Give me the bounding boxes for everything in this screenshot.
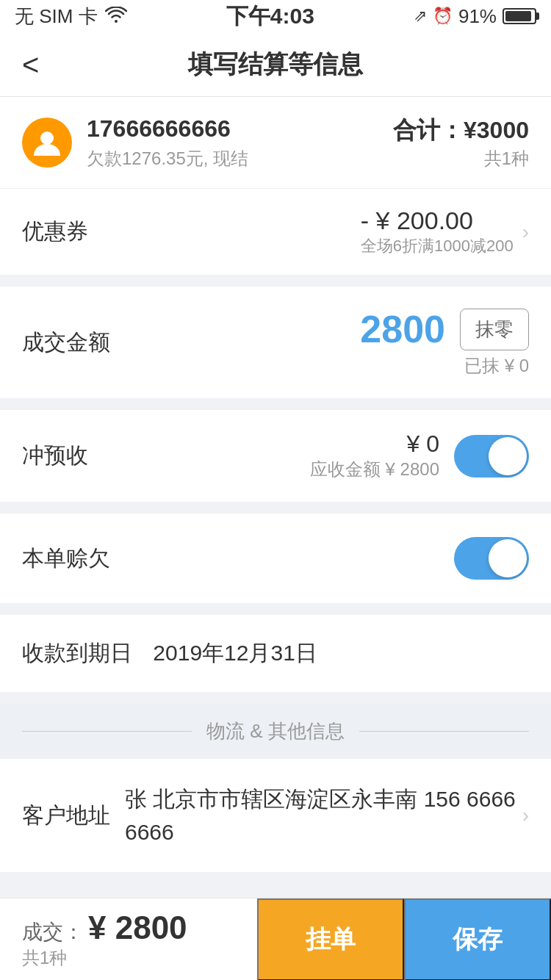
prepay-label: 冲预收	[22, 441, 88, 471]
save-button[interactable]: 保存	[404, 898, 551, 981]
footer-deal-label: 成交：	[22, 918, 84, 946]
amount-section: 成交金额 2800 抹零 已抹 ¥ 0	[0, 287, 551, 398]
battery-icon	[503, 8, 536, 24]
status-time: 下午4:03	[226, 1, 314, 32]
amount-sub: 已抹 ¥ 0	[464, 354, 529, 378]
debt-label: 本单赊欠	[22, 544, 110, 574]
address-value: 张 北京市市辖区海淀区永丰南 156 6666 6666	[125, 782, 522, 849]
chevron-right-icon: ›	[522, 220, 529, 244]
toggle-knob	[489, 437, 527, 475]
customer-total: 合计：¥3000 共1种	[393, 115, 529, 170]
clock-icon: ⏰	[433, 7, 453, 26]
prepay-row: 冲预收 ¥ 0 应收金额 ¥ 2800	[0, 410, 551, 502]
total-count: 共1种	[393, 147, 529, 170]
prepay-info: ¥ 0 应收金额 ¥ 2800	[310, 430, 439, 481]
due-date-section: 收款到期日 2019年12月31日	[0, 615, 551, 692]
page-title: 填写结算等信息	[188, 48, 363, 82]
divider-section: 物流 & 其他信息	[0, 704, 551, 759]
prepay-amount: ¥ 0	[310, 430, 439, 458]
footer-amount: ¥ 2800	[88, 909, 187, 946]
divider-line-left	[22, 731, 192, 732]
debt-toggle[interactable]	[454, 537, 529, 580]
footer-count: 共1种	[22, 946, 235, 970]
coupon-row[interactable]: 优惠券 - ¥ 200.00 全场6折满1000减200 ›	[0, 188, 551, 275]
prepay-section: 冲预收 ¥ 0 应收金额 ¥ 2800	[0, 410, 551, 502]
round-button[interactable]: 抹零	[460, 309, 529, 350]
due-date-row: 收款到期日 2019年12月31日	[0, 615, 551, 692]
coupon-discount: - ¥ 200.00	[361, 206, 514, 235]
customer-row: 17666666666 欠款1276.35元, 现结 合计：¥3000 共1种	[0, 97, 551, 188]
prepay-toggle[interactable]	[454, 435, 529, 478]
hold-button[interactable]: 挂单	[257, 898, 404, 981]
customer-left: 17666666666 欠款1276.35元, 现结	[22, 115, 248, 170]
sim-label: 无 SIM 卡	[15, 4, 98, 29]
coupon-desc: 全场6折满1000减200	[361, 235, 514, 257]
footer-info: 成交： ¥ 2800 共1种	[0, 909, 257, 970]
divider-line-right	[359, 731, 529, 732]
status-bar: 无 SIM 卡 下午4:03 ⇗ ⏰ 91%	[0, 0, 551, 32]
debt-row: 本单赊欠	[0, 514, 551, 603]
amount-row: 成交金额 2800 抹零 已抹 ¥ 0	[22, 287, 529, 398]
wifi-icon	[105, 5, 127, 28]
back-button[interactable]: <	[22, 43, 54, 87]
due-date-label: 收款到期日	[22, 641, 132, 665]
address-label: 客户地址	[22, 801, 110, 831]
address-chevron-icon: ›	[522, 804, 529, 827]
prepay-sub: 应收金额 ¥ 2800	[310, 458, 439, 481]
customer-info: 17666666666 欠款1276.35元, 现结	[87, 115, 248, 170]
divider-text: 物流 & 其他信息	[206, 718, 345, 744]
customer-debt: 欠款1276.35元, 现结	[87, 147, 248, 170]
address-section: 客户地址 张 北京市市辖区海淀区永丰南 156 6666 6666 ›	[0, 759, 551, 872]
nav-bar: < 填写结算等信息	[0, 32, 551, 97]
avatar	[22, 118, 72, 167]
amount-value: 2800	[360, 307, 445, 351]
coupon-right: - ¥ 200.00 全场6折满1000减200 ›	[361, 206, 529, 257]
svg-point-0	[40, 131, 54, 145]
customer-phone: 17666666666	[87, 115, 248, 143]
status-right: ⇗ ⏰ 91%	[414, 5, 536, 28]
status-left: 无 SIM 卡	[15, 4, 127, 29]
debt-toggle-knob	[489, 539, 527, 577]
battery-percent: 91%	[458, 5, 497, 28]
address-row[interactable]: 客户地址 张 北京市市辖区海淀区永丰南 156 6666 6666 ›	[0, 759, 551, 872]
prepay-right: ¥ 0 应收金额 ¥ 2800	[310, 430, 529, 481]
location-icon: ⇗	[414, 7, 427, 26]
amount-label: 成交金额	[22, 328, 110, 358]
amount-right: 2800 抹零	[360, 307, 529, 351]
due-date-value: 2019年12月31日	[153, 641, 317, 665]
coupon-label: 优惠券	[22, 217, 88, 247]
debt-section: 本单赊欠	[0, 514, 551, 603]
footer: 成交： ¥ 2800 共1种 挂单 保存	[0, 898, 551, 980]
total-amount: 合计：¥3000	[393, 115, 529, 147]
customer-section: 17666666666 欠款1276.35元, 现结 合计：¥3000 共1种 …	[0, 97, 551, 275]
